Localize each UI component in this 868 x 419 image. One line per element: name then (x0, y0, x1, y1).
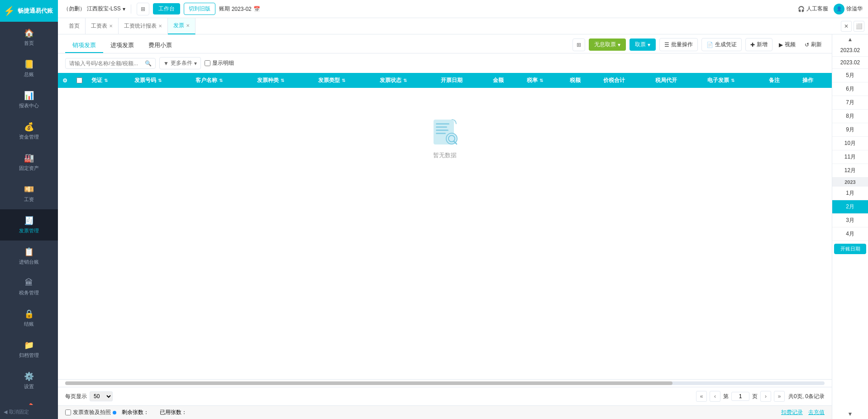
date-panel-item-2023-02-first[interactable]: 2023.02 (832, 44, 868, 57)
date-panel-item-2023-02-second[interactable]: 2023.02 (832, 57, 868, 69)
tab-salary-report[interactable]: 工资统计报表 ✕ (119, 18, 168, 34)
headset-icon: 🎧 (798, 6, 805, 12)
sidebar-item-tax[interactable]: 🏛 税务管理 (0, 272, 58, 303)
next-page-button[interactable]: › (760, 391, 771, 402)
tab-invoice-close-icon[interactable]: ✕ (186, 23, 190, 28)
date-panel-item-2022-10[interactable]: 10月 (832, 137, 868, 150)
gen-voucher-button[interactable]: 📄 生成凭证 (701, 38, 742, 51)
prev-page-button[interactable]: ‹ (710, 391, 720, 402)
workspace-button[interactable]: 工作台 (153, 3, 180, 14)
sidebar-logo[interactable]: ⚡ 畅捷通易代账 (0, 0, 58, 22)
footer: 每页显示 50 20 100 « ‹ 第 页 (58, 387, 832, 405)
sidebar-item-invoice[interactable]: 🧾 发票管理 (0, 209, 58, 241)
subtab-expense-receipt[interactable]: 费用小票 (141, 39, 179, 53)
date-panel-item-2023-02[interactable]: 2月 (832, 200, 868, 214)
sidebar-item-sales[interactable]: 📋 进销台账 (0, 241, 58, 272)
sidebar-item-archive[interactable]: 📁 归档管理 (0, 334, 58, 365)
per-page-control: 每页显示 50 20 100 (65, 391, 113, 401)
date-panel-item-2023-03[interactable]: 3月 (832, 214, 868, 227)
tab-salary-report-label: 工资统计报表 (124, 22, 157, 30)
sidebar-item-label-close: 结账 (24, 321, 34, 327)
no-cancel-ticket-button[interactable]: 无息取票 ▾ (589, 39, 626, 51)
deduction-records-link[interactable]: 扣费记录 (781, 409, 803, 416)
tabbar-close-button[interactable]: ✕ (841, 21, 852, 32)
sidebar-item-home[interactable]: 🏠 首页 (0, 22, 58, 53)
th-invoice-type: 发票种类⇅ (253, 73, 314, 88)
voucher-sort-icon: ⇅ (104, 78, 108, 83)
search-input[interactable] (69, 60, 143, 67)
tab-salary-table-close-icon[interactable]: ✕ (109, 24, 113, 29)
horizontal-scrollbar[interactable] (65, 381, 825, 385)
video-button[interactable]: ▶ 视频 (776, 39, 798, 51)
date-panel-item-2022-09[interactable]: 9月 (832, 123, 868, 137)
customer-service-button[interactable]: 🎧 人工客服 (798, 5, 828, 13)
open-period-btn-wrap: 开账日期 (832, 241, 868, 257)
tab-invoice[interactable]: 发票 ✕ (168, 18, 196, 34)
show-detail-input[interactable] (205, 60, 210, 66)
date-panel-scroll-up[interactable]: ▲ (832, 34, 868, 44)
remain-label: 剩余张数： (122, 409, 149, 416)
date-panel-item-2023-04[interactable]: 4月 (832, 227, 868, 241)
more-filter-button[interactable]: ▼ 更多条件 ▾ (159, 57, 201, 69)
date-panel-scroll-down[interactable]: ▼ (832, 409, 868, 419)
last-page-button[interactable]: » (774, 391, 785, 402)
empty-state: 暂无数据 (58, 88, 832, 187)
sidebar-item-ledger[interactable]: 📒 总账 (0, 53, 58, 84)
sidebar-item-settings[interactable]: ⚙️ 设置 (0, 365, 58, 396)
invoice-verify-checkbox[interactable]: 发票查验及拍照 (65, 409, 116, 416)
bottom-bar: 发票查验及拍照 剩余张数： 已用张数： 扣费记录 去充值 (58, 405, 832, 419)
show-detail-checkbox[interactable]: 显示明细 (205, 59, 234, 67)
subtab-purchase-invoice[interactable]: 进项发票 (103, 39, 141, 53)
invoice-verify-input[interactable] (65, 409, 71, 415)
sidebar-item-salary[interactable]: 💴 工资 (0, 178, 58, 209)
sidebar-item-assets[interactable]: 🏭 固定资产 (0, 147, 58, 178)
th-invoice-class: 发票类型⇅ (314, 73, 375, 88)
column-settings-button[interactable]: ⊞ (572, 39, 585, 51)
tab-salary-report-close-icon[interactable]: ✕ (158, 24, 162, 29)
recharge-link[interactable]: 去充值 (808, 409, 825, 416)
date-panel-item-2022-11[interactable]: 11月 (832, 150, 868, 164)
tabbar-maximize-button[interactable]: ⬜ (854, 21, 864, 32)
company-selector[interactable]: （勿删） 江西股宝-LSS ▾ (63, 5, 125, 13)
tab-home[interactable]: 首页 (62, 18, 86, 34)
date-panel-item-2022-06[interactable]: 6月 (832, 82, 868, 96)
batch-op-icon: ☰ (664, 42, 669, 48)
sidebar-item-reports[interactable]: 📊 报表中心 (0, 84, 58, 116)
refresh-button[interactable]: ↺ 刷新 (802, 39, 825, 51)
sidebar-item-close[interactable]: 🔒 结账 (0, 303, 58, 334)
sidebar-item-label-ledger: 总账 (24, 71, 34, 78)
date-panel-item-2022-05[interactable]: 5月 (832, 69, 868, 82)
sidebar-item-guide[interactable]: 📌 新手引导 (0, 396, 58, 405)
empty-illustration (427, 115, 463, 151)
date-panel-item-2022-08[interactable]: 8月 (832, 110, 868, 123)
page-input[interactable] (731, 392, 749, 401)
sidebar: ⚡ 畅捷通易代账 🏠 首页 📒 总账 📊 报表中心 💰 资金管理 🏭 固 (0, 0, 58, 419)
user-profile-button[interactable]: 👤 徐溢华 (834, 4, 863, 14)
search-input-wrap[interactable]: 🔍 (65, 58, 156, 69)
th-tax-total-label: 价税合计 (603, 77, 625, 84)
period-calendar-icon: 📅 (253, 6, 260, 12)
copy-icon-button[interactable]: ⊞ (137, 3, 149, 15)
tab-salary-table[interactable]: 工资表 ✕ (86, 18, 119, 34)
subtab-sales-invoice[interactable]: 销项发票 (65, 39, 103, 53)
switch-version-button[interactable]: 切到旧版 (184, 3, 215, 15)
take-ticket-button[interactable]: 取票 ▾ (630, 39, 656, 51)
date-panel-item-2022-12[interactable]: 12月 (832, 164, 868, 178)
date-panel-item-2022-07[interactable]: 7月 (832, 96, 868, 110)
open-period-button[interactable]: 开账日期 (834, 244, 866, 254)
batch-op-button[interactable]: ☰ 批量操作 (659, 38, 698, 51)
new-label: 新增 (757, 41, 768, 48)
per-page-select[interactable]: 50 20 100 (90, 391, 113, 401)
new-button[interactable]: ✚ 新增 (745, 38, 773, 51)
sidebar-bottom-pin[interactable]: ◀ 取消固定 (0, 405, 58, 419)
pagination-controls: « ‹ 第 页 › » 共0页, 0条记录 (696, 391, 825, 402)
page-suffix: 页 (752, 393, 758, 400)
th-checkbox[interactable] (72, 73, 87, 88)
first-page-button[interactable]: « (696, 391, 707, 402)
select-all-checkbox[interactable] (76, 77, 82, 83)
period-value: 2023-02 (232, 6, 252, 12)
date-panel-item-2023-01[interactable]: 1月 (832, 187, 868, 200)
sidebar-item-funds[interactable]: 💰 资金管理 (0, 116, 58, 147)
invoice-icon: 🧾 (24, 216, 34, 226)
sidebar-item-label-assets: 固定资产 (19, 165, 39, 172)
